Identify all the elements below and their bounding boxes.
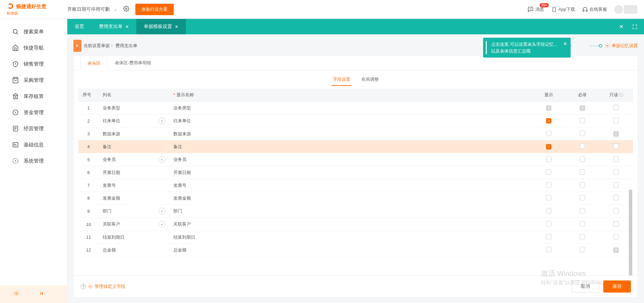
checkbox[interactable] [613, 143, 619, 149]
checkbox[interactable] [580, 118, 585, 123]
memory-settings-link[interactable]: 单据记忆设置 [605, 43, 638, 49]
cell-display[interactable]: 发票金额 [169, 192, 532, 205]
checkbox[interactable] [580, 195, 585, 200]
add-icon[interactable]: + [159, 117, 165, 124]
scrollbar[interactable] [629, 190, 632, 275]
settings-icon[interactable] [123, 6, 129, 13]
fullscreen-icon[interactable] [629, 19, 641, 34]
online-service-link[interactable]: 在线客服 [582, 6, 607, 12]
checkbox[interactable]: ✓ [613, 247, 619, 253]
sidebar-item-3[interactable]: 采购管理 [0, 72, 67, 88]
tab-1[interactable]: 费用支出单✕ [92, 19, 136, 34]
inner-tab-0[interactable]: 字段设置 [332, 74, 352, 86]
checkbox[interactable] [546, 234, 551, 239]
checkbox[interactable] [546, 221, 551, 227]
tab-2[interactable]: 单据模板设置✕ [136, 19, 186, 34]
info-icon[interactable]: ⓘ [619, 93, 623, 97]
tab-0[interactable]: 首页 [67, 19, 92, 34]
table-row[interactable]: 7发票号发票号 [78, 179, 633, 192]
cta-button[interactable]: 体验行业方案 [135, 4, 174, 15]
checkbox[interactable] [580, 208, 585, 213]
checkbox[interactable] [613, 195, 619, 200]
checkbox[interactable] [580, 247, 585, 252]
checkbox[interactable] [546, 131, 551, 136]
sidebar-item-0[interactable]: 搜索菜单 [0, 24, 67, 40]
sidebar-item-8[interactable]: 系统管理 [0, 153, 67, 169]
fields-table-wrap[interactable]: 序号 列名 *显示名称 显示 必录 只读ⓘ 1业务类型业务类型✓✓2往来单位+往… [78, 89, 633, 275]
add-icon[interactable]: + [159, 156, 165, 163]
cell-display[interactable]: 往来单位 [169, 114, 532, 128]
tab-close-icon[interactable]: ✕ [125, 24, 129, 29]
checkbox[interactable]: ✓ [613, 131, 619, 137]
cell-display[interactable]: 部门 [169, 205, 532, 218]
add-icon[interactable]: + [159, 221, 165, 228]
sidebar-item-1[interactable]: 快捷导航 [0, 40, 67, 56]
checkbox[interactable] [546, 208, 551, 213]
checkbox[interactable] [613, 105, 619, 110]
table-row[interactable]: 4备注备注✓ [78, 140, 633, 153]
app-download-link[interactable]: App下载 [551, 6, 575, 12]
cell-display[interactable]: 备注 [169, 140, 532, 153]
checkbox[interactable] [580, 131, 585, 136]
table-row[interactable]: 6开票日期开票日期 [78, 166, 633, 179]
cell-display[interactable]: 结算到期日 [169, 231, 532, 244]
checkbox[interactable] [580, 169, 585, 175]
tab-close-all-icon[interactable]: ✕ [615, 19, 627, 34]
table-row[interactable]: 3数据来源数据来源✓ [78, 128, 633, 140]
table-row[interactable]: 10关联客户+关联客户 [78, 218, 633, 231]
cell-display[interactable]: 关联客户 [169, 218, 532, 231]
cell-display[interactable]: 业务类型 [169, 102, 532, 114]
cell-display[interactable]: 开票日期 [169, 166, 532, 179]
table-row[interactable]: 12总金额总金额✓ [78, 244, 633, 257]
sidebar-item-4[interactable]: 库存核算 [0, 88, 67, 104]
checkbox[interactable] [546, 182, 551, 188]
account-selector[interactable]: 开账日期可停用可删 ⌄ [67, 6, 117, 12]
sidebar-item-6[interactable]: 经营管理 [0, 121, 67, 137]
inner-tab-1[interactable]: 布局调整 [360, 74, 380, 86]
checkbox[interactable] [580, 182, 585, 188]
cell-display[interactable]: 数据来源 [169, 128, 532, 140]
checkbox[interactable] [613, 208, 619, 213]
checkbox[interactable] [613, 118, 619, 123]
checkbox[interactable] [546, 169, 551, 175]
sidebar-item-5[interactable]: ¥资金管理 [0, 104, 67, 121]
save-button[interactable]: 保存 [603, 280, 631, 293]
table-row[interactable]: 5业务员+业务员 [78, 153, 633, 166]
hint-close-icon[interactable]: ✕ [563, 40, 567, 47]
checkbox[interactable]: ✓ [546, 144, 551, 149]
messages-link[interactable]: 消息 99+ [528, 6, 544, 12]
checkbox[interactable] [580, 221, 585, 227]
table-row[interactable]: 2往来单位+往来单位✓ [78, 114, 633, 128]
cell-display[interactable]: 业务员 [169, 153, 532, 166]
checkbox[interactable] [580, 157, 585, 162]
area-tab-0[interactable]: 表头区 [80, 56, 108, 70]
table-row[interactable]: 11结算到期日结算到期日 [78, 231, 633, 244]
avatar-group[interactable] [614, 5, 637, 14]
checkbox[interactable] [580, 234, 585, 239]
area-tab-1[interactable]: 表体区-费用单明细 [108, 56, 158, 70]
table-row[interactable]: 9部门+部门 [78, 205, 633, 218]
checkbox[interactable]: ✓ [546, 105, 551, 111]
checkbox[interactable] [546, 195, 551, 200]
sidebar-collapse-icon[interactable] [39, 291, 45, 298]
checkbox[interactable] [613, 221, 619, 227]
checkbox[interactable] [546, 247, 551, 252]
sidebar-settings-icon[interactable] [13, 291, 19, 298]
checkbox[interactable] [613, 169, 619, 175]
checkbox[interactable] [613, 157, 619, 162]
table-row[interactable]: 1业务类型业务类型✓✓ [78, 102, 633, 114]
checkbox[interactable] [580, 143, 585, 149]
sidebar-item-7[interactable]: 基础信息 [0, 137, 67, 153]
checkbox[interactable] [546, 157, 551, 162]
tab-close-icon[interactable]: ✕ [175, 24, 178, 29]
checkbox[interactable]: ✓ [546, 118, 551, 124]
checkbox[interactable] [613, 182, 619, 188]
manage-custom-fields-link[interactable]: ? 管理自定义字段 [80, 283, 125, 290]
table-row[interactable]: 8发票金额发票金额 [78, 192, 633, 205]
expand-handle[interactable] [73, 40, 81, 52]
checkbox[interactable]: ✓ [580, 105, 585, 111]
add-icon[interactable]: + [159, 208, 165, 214]
sidebar-item-2[interactable]: 销售管理 [0, 56, 67, 72]
checkbox[interactable] [613, 234, 619, 239]
cell-display[interactable]: 总金额 [169, 244, 532, 257]
